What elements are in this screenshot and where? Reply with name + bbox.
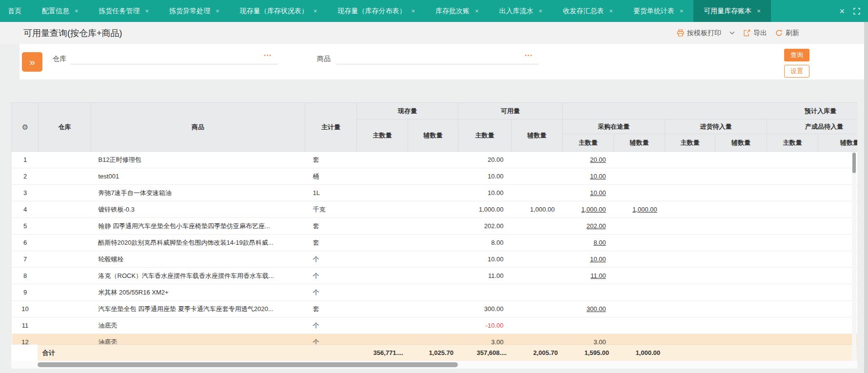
table-row[interactable]: 11油底壳个-10.00 [12,317,858,334]
table-row[interactable]: 8洛克（ROCK）汽车香水座摆件车载香水座摆件车用香水车载...个11.0011… [12,268,858,284]
cell-unit: 个 [305,317,357,334]
tab-库存批次账[interactable]: 库存批次账× [425,0,489,22]
tab-可用量库存账本[interactable]: 可用量库存账本× [693,0,771,22]
table-row[interactable]: 6酷斯特2020款别克昂科威脚垫全包围内饰改装14-19款昂科威...套8.00… [12,235,858,251]
table-row[interactable]: 10汽车坐垫全包 四季通用座垫 夏季卡通汽车座套专用透气2020...套300.… [12,301,858,317]
tab-close-icon[interactable]: × [475,8,479,14]
print-by-template-button[interactable]: 按模板打印 [677,29,721,38]
cell-fp_aux [818,317,858,334]
cell-po_main[interactable]: 10.00 [563,168,614,185]
tab-close-icon[interactable]: × [757,8,761,14]
table-row[interactable]: 7轮毂螺栓个10.0010.00 [12,251,858,268]
print-label: 按模板打印 [687,29,721,38]
tab-close-icon[interactable]: × [216,8,219,14]
cell-avail_main: 300.00 [458,301,512,317]
tab-现存量（库存状况表）[interactable]: 现存量（库存状况表）× [230,0,328,22]
tab-label: 拣货任务管理 [99,7,140,16]
tab-首页[interactable]: 首页 [0,0,32,22]
cell-avail_main: 10.00 [458,185,512,201]
header-available-main-qty: 主数量 [458,119,512,152]
app-window: 首页配置信息×拣货任务管理×拣货异常处理×现存量（库存状况表）×现存量（库存分布… [0,0,868,373]
tab-close-icon[interactable]: × [539,8,543,14]
tab-要货单统计表[interactable]: 要货单统计表× [623,0,694,22]
total-row: 合计 356,771.... 1,025.70 357,608.... 2,00… [11,344,857,361]
query-button[interactable]: 查询 [784,49,809,61]
cell-fp_main [767,301,818,317]
table-row[interactable]: 5翰静 四季通用汽车坐垫全包小车座椅垫四季垫仿亚麻布艺座...套202.0020… [12,218,858,235]
tab-close-icon[interactable]: × [680,8,684,14]
cell-avail_main: 3.00 [458,334,512,345]
header-stock-aux-qty: 辅数量 [408,119,458,152]
cell-num: 11 [12,317,39,334]
table-row[interactable]: 9米其林 205/55R16 XM2+个 [12,284,858,301]
close-all-tabs-icon[interactable]: × [839,7,845,16]
cell-fp_aux [818,201,858,218]
tab-label: 库存批次账 [435,7,470,16]
tab-close-icon[interactable]: × [609,8,613,14]
tab-close-icon[interactable]: × [75,8,79,14]
chevron-double-right-icon: » [29,56,35,68]
cell-name: 镀锌铁板-0.3 [91,201,305,218]
cell-po_main[interactable]: 11.00 [563,268,614,284]
cell-po_main[interactable]: 20.00 [563,152,614,168]
tab-bar: 首页配置信息×拣货任务管理×拣货异常处理×现存量（库存状况表）×现存量（库存分布… [0,0,868,22]
cell-pi_main [665,235,715,251]
tab-close-icon[interactable]: × [411,8,415,14]
cell-avail_aux [512,251,563,268]
tab-配置信息[interactable]: 配置信息× [32,0,89,22]
column-settings-gear-icon[interactable]: ⚙ [22,123,28,131]
total-label: 合计 [38,345,90,361]
tab-label: 拣货异常处理 [169,7,210,16]
cell-pi_aux [715,284,767,301]
cell-num: 8 [12,268,39,284]
cell-stock_aux [408,201,458,218]
cell-po_main[interactable]: 300.00 [563,301,614,317]
export-button[interactable]: 导出 [743,29,767,38]
tab-label: 出入库流水 [499,7,533,16]
cell-po_main[interactable]: 8.00 [563,235,614,251]
cell-po_aux [614,317,665,334]
cell-pi_main [665,268,715,284]
tab-拣货任务管理[interactable]: 拣货任务管理× [89,0,159,22]
fullscreen-icon[interactable] [853,8,860,15]
product-picker-ellipsis-icon[interactable]: ••• [525,53,533,58]
cell-po_main[interactable]: 10.00 [563,251,614,268]
cell-unit: 1L [305,185,357,201]
tab-出入库流水[interactable]: 出入库流水× [489,0,553,22]
refresh-button[interactable]: 刷新 [775,29,799,38]
cell-po_main [563,317,614,334]
warehouse-picker-ellipsis-icon[interactable]: ••• [264,53,272,58]
tab-拣货异常处理[interactable]: 拣货异常处理× [159,0,230,22]
cell-wh [39,235,91,251]
cell-name: 奔驰7速手自一体变速箱油 [91,185,305,201]
table-row[interactable]: 12油底壳个3.003.00 [12,334,858,345]
tab-现存量（库存分布表）[interactable]: 现存量（库存分布表）× [327,0,425,22]
header-finished-aux-qty: 辅数量 [818,134,858,152]
cell-stock_aux [408,268,458,284]
cell-po_main[interactable]: 202.00 [563,218,614,235]
print-dropdown-chevron-icon[interactable] [730,31,735,35]
cell-po_main[interactable]: 3.00 [563,334,614,345]
horizontal-scrollbar-thumb[interactable] [38,362,458,367]
cell-po_main[interactable]: 10.00 [563,185,614,201]
tab-close-icon[interactable]: × [145,8,149,14]
total-empty-cell [664,345,714,361]
vertical-scrollbar-thumb[interactable] [852,153,856,173]
expand-filters-button[interactable]: » [22,52,42,72]
tab-close-icon[interactable]: × [314,8,317,14]
cell-pi_main [665,284,715,301]
cell-po_main[interactable]: 1,000.00 [563,201,614,218]
tab-收发存汇总表[interactable]: 收发存汇总表× [552,0,623,22]
table-row[interactable]: 2test001桶10.0010.00 [12,168,858,185]
cell-num: 5 [12,218,39,235]
cell-po_aux[interactable]: 1,000.00 [614,201,665,218]
warehouse-input[interactable] [71,50,278,64]
settings-button[interactable]: 设置 [784,65,809,78]
table-row[interactable]: 1B12正时修理包套20.0020.00 [12,152,858,168]
cell-num: 9 [12,284,39,301]
table-row[interactable]: 3奔驰7速手自一体变速箱油1L10.0010.00 [12,185,858,201]
product-input[interactable] [336,50,539,64]
header-group-expected-in: 预计入库量 [563,103,858,119]
table-row[interactable]: 4镀锌铁板-0.3千克1,000.001,000.001,000.001,000… [12,201,858,218]
cell-pi_aux [715,201,767,218]
